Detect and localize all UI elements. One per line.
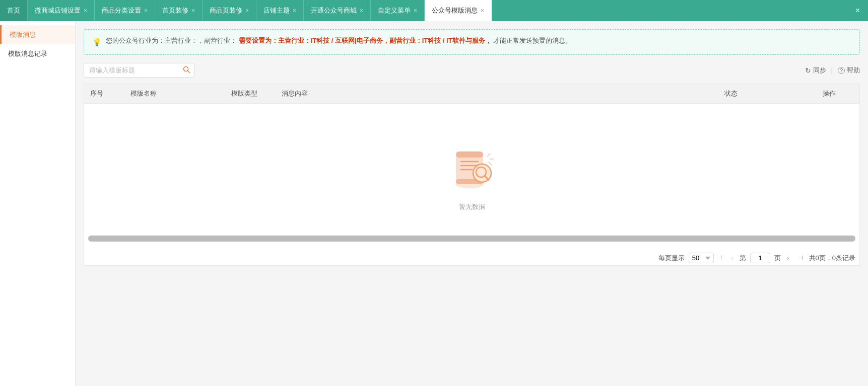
- col-type-header: 模版类型: [225, 89, 276, 98]
- total-info: 共0页，0条记录: [809, 254, 855, 263]
- search-button[interactable]: [183, 66, 190, 75]
- col-seq-header: 序号: [84, 89, 124, 98]
- col-action-header: 操作: [799, 89, 859, 98]
- close-open-store-icon[interactable]: ×: [360, 7, 363, 14]
- col-name-header: 模版名称: [124, 89, 225, 98]
- sidebar-item-template-message-label: 模版消息: [10, 31, 36, 38]
- search-input[interactable]: [84, 63, 194, 78]
- svg-line-1: [188, 70, 190, 72]
- close-custom-menu-icon[interactable]: ×: [414, 7, 417, 14]
- close-template-msg-icon[interactable]: ×: [481, 7, 484, 14]
- nav-tab-open-store[interactable]: 开通公众号商城 ×: [304, 0, 371, 21]
- last-page-button[interactable]: ⊣: [795, 253, 805, 263]
- sync-icon: ↻: [805, 66, 811, 74]
- notice-highlight: 需要设置为：主营行业：IT科技 / 互联网|电子商务，副营行业：IT科技 / I…: [239, 37, 492, 44]
- svg-rect-4: [456, 151, 483, 158]
- content-area: 💡 您的公众号行业为：主营行业：，副营行业： 需要设置为：主营行业：IT科技 /…: [76, 21, 868, 386]
- nav-tab-template-msg[interactable]: 公众号模版消息 ×: [425, 0, 492, 21]
- horizontal-scrollbar[interactable]: [88, 236, 855, 242]
- bulb-icon: 💡: [92, 36, 102, 48]
- top-nav: 首页 微商城店铺设置 × 商品分类设置 × 首页装修 × 商品页装修 × 店铺主…: [0, 0, 868, 21]
- close-store-theme-icon[interactable]: ×: [293, 7, 296, 14]
- horizontal-scrollbar-container: [84, 236, 859, 248]
- next-page-button[interactable]: ›: [785, 253, 791, 263]
- main-layout: 模版消息 模版消息记录 💡 您的公众号行业为：主营行业：，副营行业： 需要设置为…: [0, 21, 868, 386]
- global-close-button[interactable]: ×: [847, 6, 868, 15]
- sync-button[interactable]: ↻ 同步: [805, 66, 826, 75]
- nav-tab-template-msg-label: 公众号模版消息: [432, 6, 478, 15]
- nav-tab-store-theme-label: 店铺主题: [263, 6, 290, 15]
- help-button[interactable]: ? 帮助: [838, 66, 860, 75]
- nav-tab-custom-menu-label: 自定义菜单: [378, 6, 411, 15]
- col-status-header: 状态: [718, 89, 799, 98]
- notice-text: 您的公众号行业为：主营行业：，副营行业： 需要设置为：主营行业：IT科技 / 互…: [106, 36, 572, 46]
- empty-text: 暂无数据: [459, 202, 485, 211]
- nav-tab-open-store-label: 开通公众号商城: [311, 6, 357, 15]
- notice-suffix: 才能正常发送预置的消息。: [493, 37, 572, 44]
- nav-tab-micro-store-label: 微商城店铺设置: [35, 6, 81, 15]
- nav-tab-custom-menu[interactable]: 自定义菜单 ×: [371, 0, 425, 21]
- svg-line-14: [489, 162, 492, 165]
- sidebar-item-template-record-label: 模版消息记录: [8, 50, 47, 57]
- page-size-select[interactable]: 50 10 20 100: [689, 253, 714, 263]
- nav-tab-home-decor[interactable]: 首页装修 ×: [155, 0, 203, 21]
- sync-label: 同步: [813, 66, 826, 75]
- svg-line-12: [487, 153, 490, 157]
- pagination: 每页显示 50 10 20 100 ⊺ ‹ 第 页 › ⊣ 共0页，0条记录: [84, 248, 859, 265]
- divider: |: [831, 66, 833, 74]
- page-di-label: 第: [740, 254, 746, 263]
- table-header: 序号 模版名称 模版类型 消息内容 状态 操作: [84, 84, 859, 104]
- nav-tab-product-category[interactable]: 商品分类设置 ×: [95, 0, 155, 21]
- close-micro-store-icon[interactable]: ×: [84, 7, 87, 14]
- nav-tab-home-label: 首页: [7, 6, 20, 15]
- nav-tab-product-decor[interactable]: 商品页装修 ×: [203, 0, 256, 21]
- page-input[interactable]: [750, 253, 770, 263]
- table-wrapper: 序号 模版名称 模版类型 消息内容 状态 操作: [84, 84, 860, 266]
- nav-tab-micro-store[interactable]: 微商城店铺设置 ×: [28, 0, 95, 21]
- search-icon: [183, 66, 190, 73]
- sidebar-item-template-message[interactable]: 模版消息: [0, 25, 75, 44]
- close-product-category-icon[interactable]: ×: [144, 7, 148, 14]
- notice-prefix: 您的公众号行业为：主营行业：，副营行业：: [106, 37, 237, 44]
- sidebar: 模版消息 模版消息记录: [0, 21, 76, 386]
- prev-page-button[interactable]: ‹: [729, 253, 736, 263]
- sidebar-item-template-record[interactable]: 模版消息记录: [0, 44, 75, 63]
- nav-tab-home[interactable]: 首页: [0, 0, 28, 21]
- search-bar-right: ↻ 同步 | ? 帮助: [805, 66, 860, 75]
- search-input-wrapper: [84, 63, 194, 78]
- page-label: 页: [774, 254, 781, 263]
- close-product-decor-icon[interactable]: ×: [245, 7, 249, 14]
- close-home-decor-icon[interactable]: ×: [191, 7, 195, 14]
- help-icon: ?: [838, 67, 845, 74]
- first-page-button[interactable]: ⊺: [718, 253, 725, 263]
- search-bar-left: [84, 63, 194, 78]
- nav-tab-home-decor-label: 首页装修: [162, 6, 188, 15]
- nav-tab-product-category-label: 商品分类设置: [102, 6, 141, 15]
- notice-box: 💡 您的公众号行业为：主营行业：，副营行业： 需要设置为：主营行业：IT科技 /…: [84, 29, 860, 55]
- help-label: 帮助: [847, 66, 860, 75]
- nav-tab-store-theme[interactable]: 店铺主题 ×: [256, 0, 304, 21]
- col-content-header: 消息内容: [276, 89, 718, 98]
- page-size-label: 每页显示: [658, 254, 685, 263]
- empty-state: 暂无数据: [84, 104, 859, 231]
- search-bar: ↻ 同步 | ? 帮助: [84, 63, 860, 78]
- empty-illustration: [442, 134, 502, 194]
- scrollbar-thumb: [88, 236, 855, 242]
- nav-tab-product-decor-label: 商品页装修: [210, 6, 242, 15]
